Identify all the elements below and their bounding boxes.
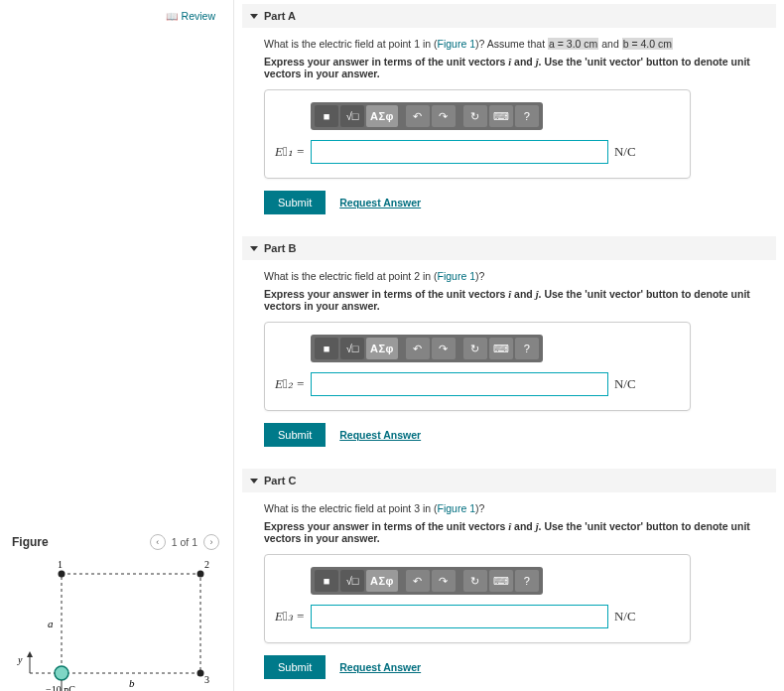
svg-text:−10 nC: −10 nC bbox=[46, 684, 75, 691]
toolbar-help-button[interactable]: ? bbox=[515, 105, 539, 127]
toolbar-greek-button[interactable]: ΑΣφ bbox=[366, 570, 398, 592]
caret-down-icon bbox=[250, 246, 258, 251]
svg-text:2: 2 bbox=[204, 559, 209, 570]
figure-link[interactable]: Figure 1 bbox=[438, 38, 476, 50]
part-b-answer-input[interactable] bbox=[311, 372, 608, 396]
toolbar-reset-button[interactable]: ↻ bbox=[463, 338, 487, 359]
toolbar-reset-button[interactable]: ↻ bbox=[463, 105, 487, 127]
svg-point-3 bbox=[196, 670, 203, 677]
part-a-question: What is the electric field at point 1 in… bbox=[264, 38, 768, 50]
svg-text:1: 1 bbox=[58, 559, 63, 570]
toolbar-sqrt-button[interactable]: √□ bbox=[340, 570, 364, 592]
part-c-answer-box: ■ √□ ΑΣφ ↶ ↷ ↻ ⌨ ? E⃗₃ = N/C bbox=[264, 554, 691, 643]
review-link[interactable]: Review bbox=[166, 10, 215, 22]
part-a-request-answer-link[interactable]: Request Answer bbox=[339, 197, 421, 208]
part-c-instruction: Express your answer in terms of the unit… bbox=[264, 520, 768, 544]
toolbar-templates-button[interactable]: ■ bbox=[315, 105, 338, 127]
toolbar-reset-button[interactable]: ↻ bbox=[463, 570, 487, 592]
caret-down-icon bbox=[250, 479, 258, 484]
part-b-instruction: Express your answer in terms of the unit… bbox=[264, 288, 768, 312]
part-b-header[interactable]: Part B bbox=[242, 236, 776, 260]
toolbar-undo-button[interactable]: ↶ bbox=[406, 105, 430, 127]
equation-toolbar: ■ √□ ΑΣφ ↶ ↷ ↻ ⌨ ? bbox=[311, 335, 543, 362]
toolbar-greek-button[interactable]: ΑΣφ bbox=[366, 338, 398, 359]
svg-point-4 bbox=[55, 666, 68, 680]
book-icon bbox=[166, 10, 178, 22]
toolbar-undo-button[interactable]: ↶ bbox=[406, 570, 430, 592]
figure-link[interactable]: Figure 1 bbox=[438, 502, 476, 514]
toolbar-templates-button[interactable]: ■ bbox=[315, 338, 338, 359]
toolbar-greek-button[interactable]: ΑΣφ bbox=[366, 105, 398, 127]
toolbar-templates-button[interactable]: ■ bbox=[315, 570, 338, 592]
part-c-answer-input[interactable] bbox=[311, 605, 608, 628]
svg-text:b: b bbox=[129, 677, 135, 689]
part-c-header[interactable]: Part C bbox=[242, 469, 776, 492]
answer-unit: N/C bbox=[614, 609, 636, 624]
equation-toolbar: ■ √□ ΑΣφ ↶ ↷ ↻ ⌨ ? bbox=[311, 102, 543, 130]
figure-link[interactable]: Figure 1 bbox=[438, 270, 476, 282]
svg-text:3: 3 bbox=[204, 674, 209, 685]
toolbar-undo-button[interactable]: ↶ bbox=[406, 338, 430, 359]
figure-diagram: 1 2 3 a b y x −10 nC bbox=[12, 556, 220, 691]
part-b-question: What is the electric field at point 2 in… bbox=[264, 270, 768, 282]
part-a-header[interactable]: Part A bbox=[242, 4, 776, 28]
answer-label: E⃗₃ = bbox=[275, 609, 305, 624]
pager-text: 1 of 1 bbox=[172, 536, 197, 548]
equation-toolbar: ■ √□ ΑΣφ ↶ ↷ ↻ ⌨ ? bbox=[311, 567, 543, 595]
part-c-question: What is the electric field at point 3 in… bbox=[264, 502, 768, 514]
toolbar-help-button[interactable]: ? bbox=[515, 338, 539, 359]
toolbar-redo-button[interactable]: ↷ bbox=[432, 338, 456, 359]
pager-next-button[interactable]: › bbox=[203, 534, 219, 550]
toolbar-redo-button[interactable]: ↷ bbox=[432, 105, 456, 127]
pager-prev-button[interactable]: ‹ bbox=[150, 534, 166, 550]
svg-text:y: y bbox=[17, 654, 23, 665]
part-c-request-answer-link[interactable]: Request Answer bbox=[339, 661, 421, 673]
part-a-instruction: Express your answer in terms of the unit… bbox=[264, 56, 768, 79]
figure-pager: ‹ 1 of 1 › bbox=[150, 534, 219, 550]
toolbar-redo-button[interactable]: ↷ bbox=[432, 570, 456, 592]
review-label: Review bbox=[182, 10, 215, 22]
part-b-answer-box: ■ √□ ΑΣφ ↶ ↷ ↻ ⌨ ? E⃗₂ = N/C bbox=[264, 322, 691, 411]
svg-text:a: a bbox=[48, 618, 54, 629]
part-b-submit-button[interactable]: Submit bbox=[264, 423, 326, 447]
svg-rect-0 bbox=[62, 574, 200, 673]
part-a-submit-button[interactable]: Submit bbox=[264, 191, 326, 214]
answer-unit: N/C bbox=[614, 144, 636, 160]
answer-label: E⃗₂ = bbox=[275, 376, 305, 392]
svg-point-2 bbox=[196, 571, 203, 578]
toolbar-sqrt-button[interactable]: √□ bbox=[340, 338, 364, 359]
answer-unit: N/C bbox=[614, 376, 636, 392]
part-c-title: Part C bbox=[264, 475, 296, 486]
toolbar-keyboard-button[interactable]: ⌨ bbox=[489, 105, 513, 127]
svg-point-1 bbox=[58, 571, 65, 578]
toolbar-keyboard-button[interactable]: ⌨ bbox=[489, 570, 513, 592]
answer-label: E⃗₁ = bbox=[275, 144, 305, 160]
part-a-answer-box: ■ √□ ΑΣφ ↶ ↷ ↻ ⌨ ? E⃗₁ = N/C bbox=[264, 89, 691, 179]
toolbar-keyboard-button[interactable]: ⌨ bbox=[489, 338, 513, 359]
part-a-answer-input[interactable] bbox=[311, 140, 608, 164]
figure-title: Figure bbox=[12, 535, 49, 549]
svg-marker-11 bbox=[27, 651, 33, 657]
part-c-submit-button[interactable]: Submit bbox=[264, 655, 326, 679]
part-b-title: Part B bbox=[264, 242, 296, 254]
part-b-request-answer-link[interactable]: Request Answer bbox=[339, 429, 421, 441]
part-a-title: Part A bbox=[264, 10, 296, 22]
toolbar-help-button[interactable]: ? bbox=[515, 570, 539, 592]
toolbar-sqrt-button[interactable]: √□ bbox=[340, 105, 364, 127]
caret-down-icon bbox=[250, 14, 258, 19]
